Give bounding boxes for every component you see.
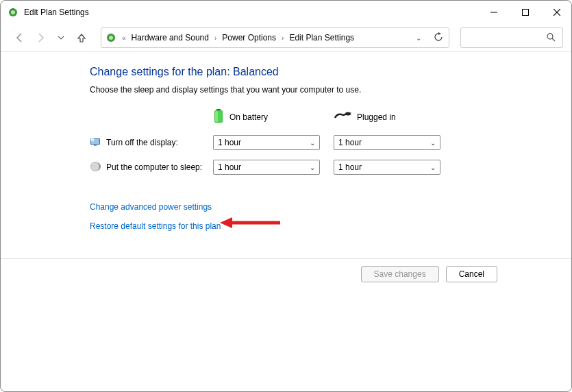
breadcrumb: « Hardware and Sound › Power Options › E… — [118, 32, 413, 44]
display-icon — [90, 136, 101, 149]
svg-point-1 — [11, 10, 15, 14]
window-title: Edit Plan Settings — [24, 8, 89, 17]
plug-icon — [334, 111, 351, 123]
svg-point-19 — [91, 138, 95, 141]
breadcrumb-item[interactable]: Hardware and Sound — [130, 32, 210, 44]
row-label-text: Put the computer to sleep: — [106, 162, 202, 172]
svg-rect-13 — [215, 111, 218, 122]
main-content: Change settings for the plan: Balanced C… — [1, 52, 572, 231]
chevron-down-icon: ⌄ — [430, 164, 436, 171]
column-label: Plugged in — [357, 112, 396, 122]
row-label-text: Turn off the display: — [106, 138, 178, 147]
chevron-down-icon: ⌄ — [310, 164, 315, 171]
svg-marker-23 — [220, 217, 232, 228]
search-input[interactable] — [460, 27, 563, 48]
up-button[interactable] — [72, 28, 91, 47]
search-icon — [546, 32, 556, 44]
select-value: 1 hour — [338, 138, 362, 147]
sleep-icon — [90, 161, 101, 174]
chevron-right-icon: › — [214, 34, 216, 42]
page-description: Choose the sleep and display settings th… — [90, 85, 572, 95]
svg-line-9 — [552, 38, 555, 41]
select-value: 1 hour — [338, 162, 362, 172]
power-options-icon — [8, 7, 18, 18]
cancel-button[interactable]: Cancel — [446, 266, 497, 282]
battery-icon — [213, 108, 224, 125]
page-title: Change settings for the plan: Balanced — [90, 66, 572, 78]
minimize-button[interactable] — [478, 1, 510, 24]
column-label: On battery — [229, 112, 268, 122]
restore-defaults-link[interactable]: Restore default settings for this plan — [90, 221, 572, 231]
links-section: Change advanced power settings Restore d… — [90, 202, 572, 231]
recent-dropdown-button[interactable] — [51, 28, 71, 47]
chevron-down-icon: ⌄ — [310, 139, 315, 147]
advanced-settings-link[interactable]: Change advanced power settings — [90, 202, 572, 212]
column-header-battery: On battery — [213, 108, 320, 125]
column-header-plugged: Plugged in — [334, 111, 440, 123]
svg-point-7 — [109, 36, 113, 40]
back-button[interactable] — [10, 28, 29, 47]
power-options-icon — [104, 32, 118, 43]
svg-rect-10 — [216, 109, 221, 110]
forward-button[interactable] — [31, 28, 50, 47]
titlebar: Edit Plan Settings — [1, 1, 572, 24]
select-value: 1 hour — [218, 138, 241, 147]
footer-buttons: Save changes Cancel — [1, 258, 572, 282]
chevron-left-icon: « — [122, 34, 126, 42]
address-bar[interactable]: « Hardware and Sound › Power Options › E… — [101, 27, 449, 48]
svg-point-8 — [547, 34, 553, 39]
breadcrumb-item[interactable]: Power Options — [221, 32, 277, 44]
sleep-plugged-select[interactable]: 1 hour ⌄ — [334, 160, 440, 175]
display-battery-select[interactable]: 1 hour ⌄ — [213, 135, 320, 150]
annotation-arrow-icon — [220, 216, 282, 232]
svg-rect-20 — [94, 145, 97, 146]
row-label-sleep: Put the computer to sleep: — [90, 161, 213, 174]
sleep-battery-select[interactable]: 1 hour ⌄ — [213, 160, 320, 175]
window-controls — [478, 1, 572, 24]
svg-point-14 — [345, 112, 351, 116]
chevron-down-icon: ⌄ — [430, 139, 436, 147]
settings-grid: On battery Plugged in Turn off the displ… — [90, 108, 572, 175]
svg-rect-3 — [523, 10, 529, 16]
maximize-button[interactable] — [510, 1, 541, 24]
row-label-display: Turn off the display: — [90, 136, 213, 149]
refresh-button[interactable] — [434, 32, 443, 43]
close-button[interactable] — [541, 1, 572, 24]
display-plugged-select[interactable]: 1 hour ⌄ — [334, 135, 440, 150]
navigation-bar: « Hardware and Sound › Power Options › E… — [1, 24, 572, 51]
breadcrumb-item[interactable]: Edit Plan Settings — [288, 32, 356, 44]
save-button: Save changes — [361, 266, 439, 282]
chevron-down-icon[interactable]: ⌄ — [416, 34, 421, 42]
chevron-right-icon: › — [282, 34, 284, 42]
select-value: 1 hour — [218, 162, 241, 172]
